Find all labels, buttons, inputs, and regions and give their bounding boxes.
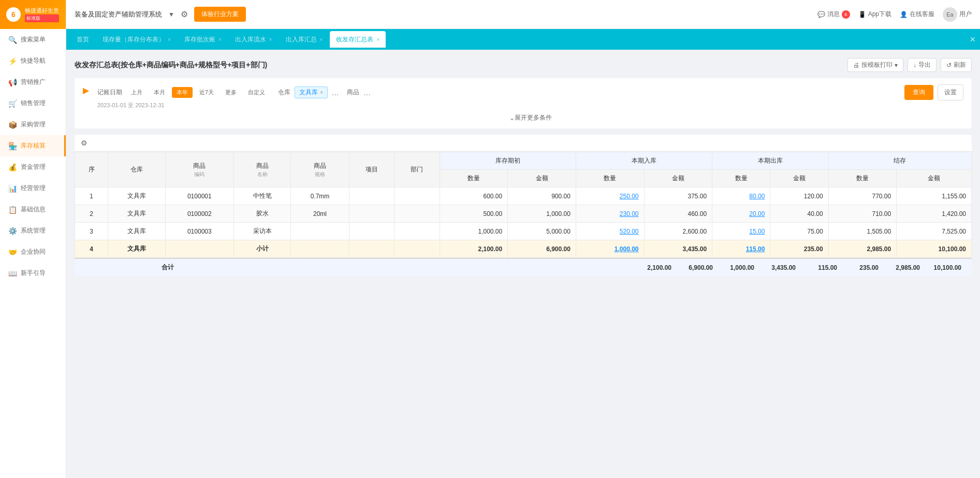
warehouse-label: 仓库 [278, 88, 290, 97]
app-download-item[interactable]: 📱 App下载 [858, 10, 891, 19]
sidebar-item-label: 快捷导航 [21, 56, 46, 65]
tab-inout-summary-close[interactable]: × [320, 37, 323, 42]
th-out: 本期出库 [712, 152, 828, 170]
date-btn-this-year[interactable]: 本年 [172, 87, 193, 98]
tab-inout-summary[interactable]: 出入库汇总 × [280, 31, 329, 48]
page-header: 收发存汇总表(按仓库+商品编码+商品+规格型号+项目+部门) 🖨 按模板打印 ▾… [75, 58, 972, 72]
table-body: 1文具库0100001中性笔0.7mm600.00900.00250.00375… [75, 187, 972, 258]
goods-filter-dots[interactable]: ... [363, 88, 370, 97]
logo-badge: 标准版 [25, 15, 59, 22]
tab-stock[interactable]: 现存量（库存分布表） × [96, 31, 177, 48]
table-cell[interactable]: 230.00 [576, 205, 644, 223]
table-cell: 120.00 [770, 187, 828, 205]
table-cell: 0100002 [165, 205, 233, 223]
table-cell: 5,000.00 [508, 223, 576, 240]
sidebar-item-label: 销售管理 [21, 99, 46, 108]
date-btn-last-month[interactable]: 上月 [126, 87, 147, 98]
table-cell: 文具库 [108, 205, 166, 223]
sidebar-item-operations[interactable]: 📊 经营管理 [0, 178, 66, 199]
settings-icon[interactable]: ⚙ [181, 9, 188, 19]
date-btn-7days[interactable]: 近7天 [195, 87, 218, 98]
footer-label: 合计 [80, 263, 256, 272]
settings-button[interactable]: 设置 [938, 84, 963, 100]
message-item[interactable]: 💬 消息 6 [817, 10, 850, 19]
system-dropdown[interactable]: ▼ [168, 11, 174, 18]
table-settings-icon[interactable]: ⚙ [81, 139, 87, 147]
system-title: 装备及固定资产辅助管理系统 [75, 10, 162, 19]
table-cell [394, 240, 440, 258]
table-cell[interactable]: 520.00 [576, 223, 644, 240]
table-cell: 2,600.00 [644, 223, 712, 240]
tab-batch[interactable]: 库存批次账 × [178, 31, 228, 48]
goods-label: 商品 [347, 88, 359, 97]
online-service-item[interactable]: 👤 在线客服 [900, 10, 934, 19]
sidebar-item-finance[interactable]: 💰 资金管理 [0, 156, 66, 178]
tab-inout-flow[interactable]: 出入库流水 × [229, 31, 279, 48]
table-cell: 3,435.00 [644, 240, 712, 258]
table-cell[interactable]: 115.00 [712, 240, 770, 258]
tab-bar-close-icon[interactable]: ✕ [970, 35, 976, 44]
export-button[interactable]: ↓ 导出 [908, 58, 937, 72]
expand-conditions[interactable]: ⌄ 展开更多条件 [97, 113, 963, 122]
query-button[interactable]: 查询 [904, 85, 933, 100]
table-cell [349, 187, 394, 205]
sidebar-item-inventory[interactable]: 🏪 库存核算 [0, 135, 66, 156]
table-cell[interactable]: 20.00 [712, 205, 770, 223]
tab-stock-close[interactable]: × [168, 37, 171, 42]
table-cell[interactable]: 1,000.00 [576, 240, 644, 258]
warehouse-tag-close[interactable]: × [320, 90, 323, 95]
sales-icon: 🛒 [8, 99, 17, 108]
table-cell: 采访本 [233, 223, 291, 240]
filter-toggle-icon[interactable]: ▶ [83, 85, 89, 95]
table-cell [349, 240, 394, 258]
sidebar-item-search[interactable]: 🔍 搜索菜单 [0, 29, 66, 50]
date-btn-this-month[interactable]: 本月 [149, 87, 170, 98]
tab-recv-send[interactable]: 收发存汇总表 × [330, 31, 386, 48]
sidebar-item-marketing[interactable]: 📢 营销推广 [0, 71, 66, 93]
sidebar-item-basic[interactable]: 📋 基础信息 [0, 199, 66, 220]
enterprise-icon: 🤝 [8, 248, 17, 256]
sidebar-item-label: 企业协同 [21, 248, 46, 256]
print-button[interactable]: 🖨 按模板打印 ▾ [847, 58, 903, 72]
table-cell: 0.7mm [291, 187, 349, 205]
th-warehouse: 仓库 [108, 152, 166, 187]
tab-home[interactable]: 首页 [70, 31, 95, 48]
footer-out-amt: 235.00 [842, 264, 884, 271]
user-item[interactable]: Ea 用户 [943, 7, 972, 22]
table-cell[interactable]: 80.00 [712, 187, 770, 205]
refresh-button[interactable]: ↺ 刷新 [941, 58, 972, 72]
date-btn-custom[interactable]: 自定义 [243, 87, 270, 98]
sidebar-item-system[interactable]: ⚙️ 系统管理 [0, 220, 66, 241]
table-cell: 770.00 [828, 187, 897, 205]
sidebar-item-label: 基础信息 [21, 205, 46, 214]
footer-out-qty: 115.00 [801, 264, 842, 271]
sidebar-item-sales[interactable]: 🛒 销售管理 [0, 93, 66, 114]
warehouse-filter-dots[interactable]: ... [332, 88, 339, 97]
trial-button[interactable]: 体验行业方案 [194, 7, 246, 22]
date-btn-more[interactable]: 更多 [221, 87, 241, 98]
date-label: 记账日期 [97, 88, 122, 97]
filter-area: ▶ 记账日期 上月 本月 本年 近7天 更多 自定义 [75, 78, 972, 128]
table-cell: 710.00 [828, 205, 897, 223]
sidebar-item-guide[interactable]: 📖 新手引导 [0, 263, 66, 284]
sidebar-item-quick[interactable]: ⚡ 快捷导航 [0, 50, 66, 71]
tab-recv-send-close[interactable]: × [376, 37, 379, 42]
tab-inout-flow-close[interactable]: × [269, 37, 272, 42]
table-container: ⚙ 序 仓库 商品编码 商品名称 商品规格 项目 部门 库存期初 本期入库 本期… [75, 135, 972, 276]
table-cell: 1,000.00 [440, 223, 508, 240]
phone-icon: 📱 [858, 11, 866, 18]
th-in: 本期入库 [576, 152, 712, 170]
table-cell: 1,505.00 [828, 223, 897, 240]
filter-actions: 查询 设置 [904, 84, 963, 100]
tab-inout-flow-label: 出入库流水 [235, 35, 266, 44]
tab-batch-close[interactable]: × [218, 37, 222, 42]
message-icon: 💬 [817, 11, 825, 18]
sidebar-item-purchase[interactable]: 📦 采购管理 [0, 114, 66, 135]
table-settings-row: ⚙ [75, 135, 972, 152]
footer-opening-qty: 2,100.00 [635, 264, 677, 271]
table-cell[interactable]: 250.00 [576, 187, 644, 205]
table-cell[interactable]: 15.00 [712, 223, 770, 240]
table-cell: 500.00 [440, 205, 508, 223]
th-balance-qty: 数量 [828, 170, 897, 187]
sidebar-item-enterprise[interactable]: 🤝 企业协同 [0, 241, 66, 263]
